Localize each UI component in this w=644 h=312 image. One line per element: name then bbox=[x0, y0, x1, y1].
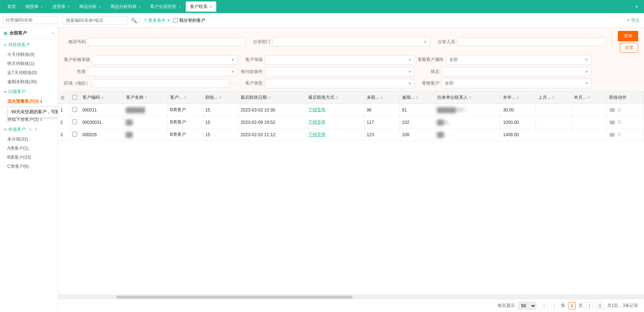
th-code[interactable]: 客户编码⇅ bbox=[80, 92, 124, 104]
gender-select[interactable]: ▼ bbox=[88, 67, 238, 76]
region-input[interactable] bbox=[92, 79, 229, 88]
sidebar-item-tomorrow-pending[interactable]: 明天待联络(1) bbox=[0, 59, 58, 68]
region-dots[interactable]: ··· bbox=[232, 81, 238, 86]
customer-type-select[interactable]: ▼ bbox=[265, 79, 415, 88]
sidebar-item-unclassified[interactable]: 未分组(32) bbox=[0, 135, 58, 144]
search-button[interactable]: 🔍 bbox=[131, 17, 137, 23]
th-tier[interactable]: 客户...⇅ bbox=[168, 92, 203, 104]
sidebar-item-class-b[interactable]: B类客户(33) bbox=[0, 153, 58, 162]
question-icon-2: ℹ bbox=[40, 118, 42, 122]
contact-icon[interactable]: ☎ bbox=[609, 119, 615, 125]
cell-checkbox[interactable] bbox=[70, 104, 80, 116]
more-action-icon[interactable]: ⠿ bbox=[617, 107, 621, 113]
zero-retail-select[interactable]: 全部▼ bbox=[446, 55, 592, 65]
sidebar-collapse-icon[interactable]: « bbox=[52, 31, 54, 35]
th-contact[interactable]: 联络...⇅ bbox=[203, 92, 238, 104]
tab-customer-contact[interactable]: 客户联系 × bbox=[186, 1, 216, 12]
th-name[interactable]: 客户名称⇅ bbox=[124, 92, 168, 104]
contact-icon[interactable]: ☎ bbox=[609, 132, 615, 138]
dept-select[interactable]: ▼ bbox=[273, 37, 430, 46]
sidebar-search-input[interactable] bbox=[3, 16, 58, 24]
th-this-month[interactable]: 本月...⇅ bbox=[571, 92, 607, 104]
th-no-contact[interactable]: 未联...⇅ bbox=[364, 92, 399, 104]
settings-button[interactable]: 设置 bbox=[620, 43, 638, 53]
contact-icon[interactable]: ☎ bbox=[609, 107, 615, 113]
close-all-tabs[interactable]: × bbox=[632, 4, 641, 9]
zero-customer-select[interactable]: 全部▼ bbox=[442, 78, 592, 88]
close-tab-purchase[interactable]: × bbox=[68, 5, 70, 9]
sidebar-item-churn-warning[interactable]: 流失预警客户(3) ℹ 90天未交易的客户，可能有流失风险。 bbox=[0, 97, 58, 106]
phone-input[interactable] bbox=[88, 37, 246, 46]
cell-checkbox[interactable] bbox=[70, 116, 80, 129]
tab-sales[interactable]: 销货单 × bbox=[21, 1, 47, 12]
sort-icon-7: ⇅ bbox=[380, 96, 383, 100]
last-page-button[interactable]: ⟩⟩ bbox=[596, 302, 604, 309]
more-action-icon[interactable]: ⠿ bbox=[617, 119, 621, 125]
my-customers-checkbox-label[interactable]: 我分管的客户 bbox=[173, 17, 205, 24]
th-last-method[interactable]: 最后联络方式⇅ bbox=[306, 92, 365, 104]
cell-last-method[interactable]: 下销货单 bbox=[306, 104, 365, 116]
payment-select[interactable]: ▼ bbox=[265, 67, 415, 76]
first-page-button[interactable]: ⟨⟨ bbox=[539, 302, 548, 309]
tab-customer-tier[interactable]: 客户分层经营 × bbox=[146, 1, 185, 12]
th-overdue[interactable]: 逾期...⇅ bbox=[400, 92, 435, 104]
customer-tier-select[interactable]: ▼ bbox=[265, 55, 415, 65]
sidebar-all-customers[interactable]: ⊞ 全部客户 « bbox=[0, 27, 58, 40]
close-tab-customer-contact[interactable]: × bbox=[210, 5, 212, 9]
prev-page-button[interactable]: ⟨ bbox=[551, 302, 558, 309]
gear-icon[interactable]: ⚙ bbox=[60, 95, 65, 101]
sidebar-item-overdue-pending[interactable]: 逾期未联络(30) bbox=[0, 77, 58, 86]
th-unit-contact[interactable]: 往来单位联系人⇅ bbox=[435, 92, 501, 104]
cell-last-method[interactable]: 下销货单 bbox=[306, 129, 365, 141]
status-select[interactable]: ▼ bbox=[442, 67, 592, 76]
sidebar-item-today-pending[interactable]: 今天待联络(0) bbox=[0, 50, 58, 59]
sidebar-item-7days-pending[interactable]: 近7天待联络(0) bbox=[0, 68, 58, 77]
cell-last-month bbox=[536, 116, 571, 129]
sidebar-item-class-c[interactable]: C类客户(6) bbox=[0, 162, 58, 171]
cell-checkbox[interactable] bbox=[70, 129, 80, 141]
cell-last-method[interactable]: 下销货单 bbox=[306, 116, 365, 129]
scrollbar-thumb[interactable] bbox=[116, 296, 353, 299]
section-pending-header[interactable]: ▼ 待联络客户 bbox=[0, 40, 58, 50]
close-tab-sales[interactable]: × bbox=[41, 5, 43, 9]
close-tab-goods-analysis[interactable]: × bbox=[99, 5, 101, 9]
row-checkbox[interactable] bbox=[72, 119, 77, 124]
my-customers-checkbox[interactable] bbox=[173, 18, 178, 23]
horizontal-scrollbar[interactable] bbox=[58, 295, 644, 299]
cell-this-year: 1000.00 bbox=[501, 116, 536, 129]
tab-goods-analysis[interactable]: 商品分析 × bbox=[75, 1, 105, 12]
export-button[interactable]: ↗ 导出 bbox=[626, 17, 640, 24]
th-last-date[interactable]: 最后联络日期⇅ bbox=[238, 92, 306, 104]
close-tab-customer-tier[interactable]: × bbox=[178, 5, 181, 9]
cell-name: ██ bbox=[124, 129, 168, 141]
section-value-header[interactable]: ▼ 价值客户 ↻ ✎ bbox=[0, 124, 58, 135]
tab-home[interactable]: 首页 bbox=[3, 1, 20, 12]
section-problem-header[interactable]: ▼ 问题客户 bbox=[0, 86, 58, 97]
filter-row-3: 性质 ▼ 收付款条件 ▼ 状态 ▼ bbox=[64, 67, 638, 76]
close-tab-goods-analysis-list[interactable]: × bbox=[139, 5, 141, 9]
person-input[interactable] bbox=[457, 37, 606, 46]
row-checkbox[interactable] bbox=[72, 132, 77, 137]
more-action-icon[interactable]: ⠿ bbox=[617, 132, 621, 138]
refresh-icon[interactable]: ↻ bbox=[29, 127, 32, 132]
more-conditions-button[interactable]: ▽ 更多条件 ▼ bbox=[144, 17, 170, 24]
total-info: 共1页，3条记录 bbox=[607, 303, 638, 309]
row-checkbox[interactable] bbox=[72, 107, 77, 112]
sort-icon-11: ⇅ bbox=[552, 96, 555, 100]
tab-purchase[interactable]: 进货单 × bbox=[48, 1, 74, 12]
th-last-month[interactable]: 上月...⇅ bbox=[536, 92, 571, 104]
edit-icon[interactable]: ✎ bbox=[34, 127, 37, 132]
page-size-select[interactable]: 50 100 200 bbox=[518, 302, 536, 310]
th-this-year[interactable]: 本年...⇅ bbox=[501, 92, 536, 104]
next-page-button[interactable]: ⟩ bbox=[586, 302, 593, 309]
price-tier-select[interactable]: ▼ bbox=[92, 55, 238, 65]
th-gear: ⚙ bbox=[58, 92, 70, 104]
select-all-checkbox[interactable] bbox=[72, 95, 77, 100]
cell-last-month bbox=[536, 129, 571, 141]
tab-goods-analysis-list[interactable]: 商品分析列表 × bbox=[106, 1, 145, 12]
person-dots[interactable]: ··· bbox=[608, 39, 615, 44]
search-input[interactable] bbox=[63, 16, 128, 25]
query-button[interactable]: 查询 bbox=[618, 31, 638, 41]
cell-code: 000011 bbox=[80, 104, 124, 116]
sidebar-item-class-a[interactable]: A类客户(1) bbox=[0, 144, 58, 153]
